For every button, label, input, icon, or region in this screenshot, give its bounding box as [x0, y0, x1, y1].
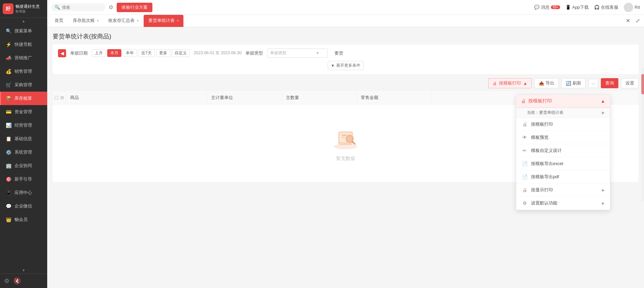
sidebar-label-operation: 经营管理 [14, 122, 32, 128]
finance-icon: 💳 [5, 108, 12, 115]
sidebar-label-sales: 销售管理 [14, 68, 32, 74]
topbar-gear-icon[interactable]: ⚙ [109, 4, 113, 10]
print-btn-label: 按模板打印 [499, 80, 521, 86]
sidebar-scroll-down[interactable]: ▼ [0, 267, 47, 274]
expand-more-btn[interactable]: ▼ 展开更多条件 [328, 61, 363, 70]
sidebar-item-sales[interactable]: 💰 销售管理 [0, 65, 47, 78]
settings-gear-icon[interactable]: ⚙ [4, 277, 9, 285]
expand-more-icon: ▼ [331, 63, 335, 68]
download-icon: 📱 [565, 5, 571, 10]
date-range-text: 2023-06-01 至 2023-06-30 [194, 50, 241, 56]
filter-collapse-btn[interactable]: ◀ [58, 49, 66, 57]
type-select-value: 单据类型 [270, 50, 313, 56]
type-select[interactable]: 单据类型 ▼ [267, 49, 328, 58]
export-pdf-icon: 📄 [522, 174, 528, 180]
app-download-btn[interactable]: 📱 App下载 [565, 4, 589, 10]
dropdown-item-default-func[interactable]: ⚙ 设置默认功能 ▶ [516, 197, 610, 210]
current-month-btn[interactable]: 本月 [107, 49, 121, 57]
operation-icon: 📊 [5, 122, 12, 129]
print-dropdown-panel: 🖨 按模板打印 ▲ 当前：要货单统计表 ▶ 🖨 按模板打印 👁 模板预览 [516, 94, 610, 210]
template-preview-label: 模板预览 [531, 134, 549, 140]
sidebar-item-member[interactable]: 👑 畅会员 [0, 213, 47, 226]
query-btn[interactable]: 查询 [601, 78, 618, 88]
purchase-icon: 🛒 [5, 82, 12, 88]
sidebar-item-purchase[interactable]: 🛒 采购管理 [0, 78, 47, 92]
user-avatar[interactable]: Rit [624, 3, 640, 12]
sound-icon[interactable]: 🔇 [13, 277, 21, 285]
sidebar-label-guide: 新手引导 [14, 176, 32, 182]
empty-text: 暂无数据 [336, 156, 355, 162]
sidebar-item-finance[interactable]: 💳 资金管理 [0, 105, 47, 119]
dropdown-item-template-print[interactable]: 🖨 按模板打印 [516, 118, 610, 131]
sidebar-item-quick-nav[interactable]: ⚡ 快捷导航 [0, 38, 47, 51]
tab-order-stats-close[interactable]: × [177, 19, 179, 23]
custom-date-btn[interactable]: 自定义 [172, 49, 190, 57]
more-date-btn[interactable]: 更多 [156, 49, 170, 57]
type-filter-label: 单据类型 [245, 50, 263, 56]
dropdown-item-template-preview[interactable]: 👁 模板预览 [516, 131, 610, 144]
sidebar-item-guide[interactable]: 🎯 新手引导 [0, 172, 47, 186]
tab-batch-account[interactable]: 库存批次账 × [68, 15, 104, 27]
tab-home[interactable]: 首页 [50, 15, 68, 27]
dropdown-close-btn[interactable]: ▲ [601, 98, 605, 104]
current-year-btn[interactable]: 本年 [123, 49, 137, 57]
trial-btn[interactable]: 体验行业方案 [117, 3, 152, 12]
more-actions-btn[interactable]: ··· [588, 79, 598, 88]
th-product: 商品 [66, 91, 207, 104]
sidebar-label-quick-nav: 快捷导航 [14, 41, 32, 47]
last7-btn[interactable]: 近7天 [138, 49, 155, 57]
sidebar: 好 畅捷通好生意 标准版 ▲ 🔍 搜索菜单 ⚡ 快捷导航 📣 营销推广 💰 销售… [0, 0, 47, 288]
dropdown-item-export-pdf[interactable]: 📄 按模板导出pdf [516, 170, 610, 184]
sidebar-item-basic[interactable]: 📋 基础信息 [0, 132, 47, 146]
refresh-btn[interactable]: 🔄 刷新 [561, 78, 586, 88]
dropdown-current-item[interactable]: 当前：要货单统计表 ▶ [516, 108, 610, 118]
sidebar-label-marketing: 营销推广 [14, 55, 32, 61]
sidebar-item-marketing[interactable]: 📣 营销推广 [0, 51, 47, 65]
tab-batch-account-close[interactable]: × [97, 19, 99, 23]
sidebar-item-enterprise[interactable]: 🏢 企业协同 [0, 159, 47, 172]
sidebar-item-operation[interactable]: 📊 经营管理 [0, 119, 47, 132]
prev-month-btn[interactable]: 上月 [92, 49, 106, 57]
display-print-label: 按显示打印 [531, 187, 553, 193]
export-btn[interactable]: 📤 导出 [534, 78, 559, 88]
expand-more-label: 展开更多条件 [336, 63, 360, 68]
date-filter-label: 单据日期 [70, 50, 88, 56]
empty-illustration [329, 125, 362, 152]
online-service-btn[interactable]: 🎧 在线客服 [594, 4, 618, 10]
dropdown-item-template-custom[interactable]: ✏ 模板自定义设计 [516, 144, 610, 157]
dropdown-header[interactable]: 🖨 按模板打印 ▲ [516, 95, 610, 108]
header-check-icon[interactable]: ☐ [54, 95, 59, 100]
tabs-bar: 首页 库存批次账 × 收发存汇总表 × 要货单统计表 × ✕ ⤢ [47, 15, 644, 27]
headset-icon: 🎧 [594, 5, 599, 10]
topbar-search-input[interactable] [62, 5, 102, 10]
sidebar-item-wechat[interactable]: 💬 企业微信 [0, 199, 47, 213]
sidebar-label-purchase: 采购管理 [14, 82, 32, 88]
print-template-btn[interactable]: 🖨 按模板打印 ▲ [488, 78, 532, 88]
th-check: ☐ ⚙ [53, 91, 66, 104]
tab-receipt-summary-close[interactable]: × [137, 19, 139, 23]
sidebar-item-inventory[interactable]: 📦 库存核算 [0, 92, 47, 105]
dropdown-item-display-print[interactable]: 🖨 按显示打印 ▶ [516, 184, 610, 197]
avatar-img [624, 3, 633, 12]
sidebar-item-appstore[interactable]: 📱 应用中心 [0, 186, 47, 199]
page-title: 要货单统计表(按商品) [53, 32, 639, 40]
header-gear-icon[interactable]: ⚙ [60, 95, 64, 100]
sidebar-scroll-up[interactable]: ▲ [0, 18, 47, 24]
table-settings-btn[interactable]: 设置 [621, 78, 639, 88]
message-label: 消息 [541, 4, 550, 10]
sidebar-label-finance: 资金管理 [14, 109, 32, 115]
dropdown-item-export-excel[interactable]: 📄 按模板导出excel [516, 157, 610, 170]
export-excel-label: 按模板导出excel [531, 161, 563, 167]
sidebar-item-system[interactable]: ⚙️ 系统管理 [0, 146, 47, 159]
topbar-search-box[interactable]: 🔍 [51, 3, 105, 11]
default-func-label: 设置默认功能 [531, 200, 557, 206]
display-print-icon: 🖨 [522, 187, 528, 193]
tab-receipt-summary[interactable]: 收发存汇总表 × [104, 15, 143, 27]
right-scrollbar[interactable] [641, 67, 644, 202]
message-btn[interactable]: 💬 消息 99+ [534, 4, 560, 10]
expand-tabs-btn[interactable]: ⤢ [634, 17, 641, 25]
tab-order-stats[interactable]: 要货单统计表 × [144, 15, 183, 27]
wechat-icon: 💬 [5, 203, 12, 210]
close-all-tabs-btn[interactable]: ✕ [624, 17, 632, 25]
sidebar-item-search[interactable]: 🔍 搜索菜单 [0, 24, 47, 38]
